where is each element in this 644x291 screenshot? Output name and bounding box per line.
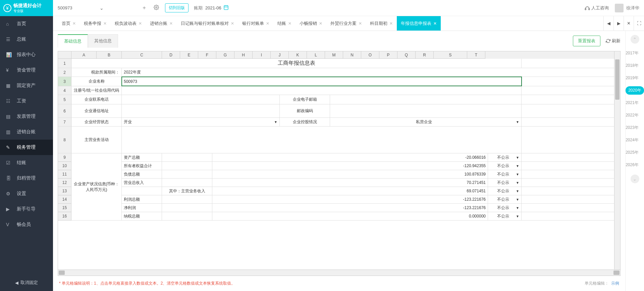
row-head-8[interactable]: 8 (58, 127, 71, 153)
close-icon[interactable]: ✕ (103, 21, 107, 26)
fin-value-12[interactable]: 70.271451 (212, 179, 488, 187)
row-head-4[interactable]: 4 (58, 86, 71, 95)
year-2021年[interactable]: 2021年 (626, 97, 644, 109)
col-head-H[interactable]: H (234, 51, 253, 59)
row-head-5[interactable]: 5 (58, 95, 71, 104)
horizontal-scrollbar[interactable] (58, 270, 621, 276)
gear-icon[interactable] (154, 5, 159, 11)
publish-select-11[interactable]: 不公示▼ (488, 170, 522, 178)
sidebar-item-asset[interactable]: ▦固定资产 (0, 78, 53, 93)
tab-小畅报销[interactable]: 小畅报销✕ (296, 16, 326, 31)
unpin-sidebar[interactable]: ◀ 取消固定 (0, 274, 53, 291)
tab-税负波动表[interactable]: 税负波动表✕ (111, 16, 146, 31)
tab-首页[interactable]: 首页✕ (58, 16, 80, 31)
col-head-L[interactable]: L (307, 51, 325, 59)
tab-scroll-right[interactable]: ▶ (614, 16, 624, 31)
sidebar-item-guide[interactable]: ▶新手引导 (0, 201, 53, 217)
support-link[interactable]: 人工咨询 (585, 5, 609, 11)
tab-scroll-left[interactable]: ◀ (604, 16, 614, 31)
close-icon[interactable]: ✕ (288, 21, 291, 26)
tab-外贸行业方案[interactable]: 外贸行业方案✕ (326, 16, 366, 31)
add-icon[interactable]: ＋ (142, 4, 147, 11)
row-head-2[interactable]: 2 (58, 68, 71, 77)
sidebar-item-gear[interactable]: ⚙设置 (0, 186, 53, 201)
col-head-S[interactable]: S (434, 51, 467, 59)
year-2026年[interactable]: 2026年 (626, 159, 644, 171)
close-icon[interactable]: ✕ (359, 21, 362, 26)
col-head-J[interactable]: J (271, 51, 289, 59)
sidebar-item-salary[interactable]: ☷工资 (0, 93, 53, 109)
year-2018年[interactable]: 2018年 (626, 59, 644, 72)
publish-select-16[interactable]: 不公示▼ (488, 212, 522, 220)
sidebar-item-tax[interactable]: ✎税务管理 (0, 140, 53, 155)
sidebar-item-report[interactable]: 📊报表中心 (0, 47, 53, 62)
tab-银行对账单[interactable]: 银行对账单✕ (238, 16, 273, 31)
example-link[interactable]: 示例 (611, 281, 619, 286)
tab-close-all[interactable]: ✕ (624, 16, 634, 31)
row-head-1[interactable]: 1 (58, 59, 71, 68)
close-icon[interactable]: ✕ (72, 21, 76, 26)
reset-report-button[interactable]: 重置报表 (573, 36, 600, 46)
tab-税务申报[interactable]: 税务申报✕ (80, 16, 111, 31)
col-head-Q[interactable]: Q (397, 51, 416, 59)
sidebar-item-vip[interactable]: V畅会员 (0, 217, 53, 232)
inner-tab-other[interactable]: 其他信息 (88, 34, 118, 48)
close-icon[interactable]: ✕ (389, 21, 393, 26)
fin-value-9[interactable]: -20.066016 (212, 153, 488, 161)
col-head-P[interactable]: P (379, 51, 397, 59)
company-name-cell[interactable]: 500973 (122, 77, 522, 86)
year-2025年[interactable]: 2025年 (626, 146, 644, 159)
publish-select-13[interactable]: 不公示▼ (488, 187, 522, 195)
close-icon[interactable]: ✕ (266, 21, 269, 26)
year-2019年[interactable]: 2019年 (626, 72, 644, 84)
col-head-C[interactable]: C (122, 51, 162, 59)
year-scroll-up[interactable]: ⌃ (631, 35, 639, 44)
row-head-7[interactable]: 7 (58, 118, 71, 126)
publish-select-10[interactable]: 不公示▼ (488, 162, 522, 170)
company-selector[interactable]: 500973 ⌄ (58, 5, 138, 11)
col-head-R[interactable]: R (416, 51, 434, 59)
year-2024年[interactable]: 2024年 (626, 134, 644, 146)
col-head-B[interactable]: B (97, 51, 122, 59)
switch-old-version-button[interactable]: 切到旧版 (165, 3, 189, 12)
close-icon[interactable]: ✕ (139, 21, 142, 26)
fin-value-16[interactable]: 0.000000 (212, 212, 488, 220)
col-head-N[interactable]: N (343, 51, 361, 59)
business-status-select[interactable]: 开业▼ (122, 118, 280, 126)
fin-value-14[interactable]: -123.221676 (212, 195, 488, 203)
tab-年报信息申报表[interactable]: 年报信息申报表✕ (397, 16, 441, 31)
sidebar-item-psi[interactable]: ▥进销台账 (0, 124, 53, 140)
publish-select-12[interactable]: 不公示▼ (488, 179, 522, 187)
year-2020年[interactable]: 2020年 (626, 86, 644, 95)
col-head-T[interactable]: T (467, 51, 485, 59)
sidebar-item-home[interactable]: ⌂首页 (0, 16, 53, 32)
fin-value-15[interactable]: -123.221676 (212, 204, 488, 212)
calendar-icon[interactable] (223, 5, 229, 11)
sidebar-item-archive[interactable]: 🗄归档管理 (0, 171, 53, 186)
inner-tab-basic[interactable]: 基础信息 (58, 34, 88, 48)
sidebar-item-invoice[interactable]: ▤发票管理 (0, 109, 53, 124)
fullscreen-icon[interactable]: ⛶ (634, 16, 644, 31)
col-head-O[interactable]: O (361, 51, 379, 59)
col-head-M[interactable]: M (325, 51, 343, 59)
tab-进销台账[interactable]: 进销台账✕ (146, 16, 177, 31)
year-2022年[interactable]: 2022年 (626, 109, 644, 122)
col-head-A[interactable]: A (71, 51, 97, 59)
col-head-D[interactable]: D (162, 51, 180, 59)
year-2017年[interactable]: 2017年 (626, 47, 644, 59)
col-head-E[interactable]: E (180, 51, 198, 59)
col-head-K[interactable]: K (289, 51, 307, 59)
col-head-F[interactable]: F (198, 51, 216, 59)
sidebar-item-fund[interactable]: ¥资金管理 (0, 62, 53, 78)
sidebar-item-close[interactable]: ☑结账 (0, 155, 53, 171)
fin-value-11[interactable]: 100.876339 (212, 170, 488, 178)
row-head-6[interactable]: 6 (58, 104, 71, 117)
close-icon[interactable]: ✕ (433, 21, 437, 26)
holding-select[interactable]: 私营企业▼ (330, 118, 522, 126)
col-head-G[interactable]: G (216, 51, 234, 59)
tab-日记账与银行对账单核对[interactable]: 日记账与银行对账单核对✕ (177, 16, 238, 31)
tab-结账[interactable]: 结账✕ (273, 16, 296, 31)
close-icon[interactable]: ✕ (319, 21, 322, 26)
publish-select-9[interactable]: 不公示▼ (488, 153, 522, 161)
year-scroll-down[interactable]: ⌄ (631, 175, 639, 183)
